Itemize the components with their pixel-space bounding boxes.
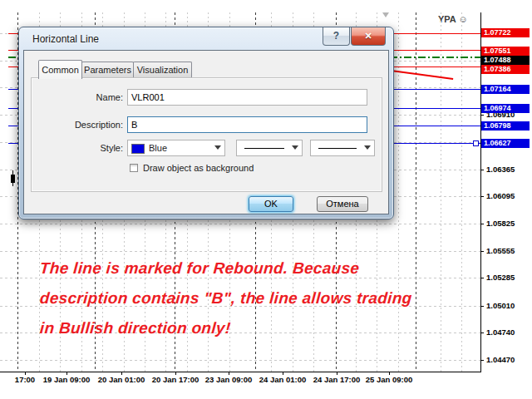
price-label: 1.06974 [481,104,530,113]
tab-common[interactable]: Common [38,60,82,79]
price-tick [480,306,484,307]
price-tick [480,332,484,333]
x-axis-tick-label: 23 Jan 09:00 [205,375,253,384]
dialog-client-area: Common Parameters Visualization Name: De… [23,50,389,214]
close-icon: ✕ [364,31,372,41]
price-tick [480,170,484,170]
candle-body [11,175,15,183]
chevron-down-icon [364,145,371,150]
price-label: 1.07488 [481,56,530,65]
style-label: Style: [24,143,123,153]
trend-line[interactable] [385,69,453,80]
draw-as-background-label: Draw object as background [143,163,254,173]
tab-visualization[interactable]: Visualization [133,62,192,78]
x-axis-tick-label: 24 Jan 01:00 [259,375,307,384]
description-label: Description: [24,120,123,130]
grid-hline [0,224,480,224]
grid-hline [0,360,480,361]
y-axis-tick-label: 1.04740 [486,328,515,337]
x-axis-tick-label: 20 Jan 01:00 [98,375,145,384]
line-style-select[interactable] [310,140,375,156]
price-label: 1.07551 [481,47,530,56]
down-triangle-marker[interactable] [382,12,389,17]
line-style-sample [318,148,357,149]
description-input[interactable] [127,116,367,133]
titlebar-buttons: ? ✕ [323,27,386,46]
price-label: 1.06798 [481,121,530,131]
price-tick [480,278,484,278]
selection-handle[interactable] [473,140,479,146]
time-axis-line [0,372,481,372]
cancel-button[interactable]: Отмена [317,196,368,212]
name-input[interactable] [127,89,367,106]
y-axis-tick-label: 1.05825 [486,219,515,228]
y-axis-tick-label: 1.06095 [486,192,515,200]
x-axis-tick-label: 19 Jan 09:00 [43,375,91,384]
grid-hline [0,251,480,252]
y-axis-tick-label: 1.05285 [486,273,515,282]
price-tick [480,360,484,361]
grid-hline [0,278,480,278]
x-axis-tick-label: 24 Jan 17:00 [313,375,361,384]
annotation-line: The line is marked for Rebound. Because [39,259,360,278]
price-tick [480,196,484,197]
chevron-down-icon [292,145,298,150]
draw-as-background-checkbox[interactable] [130,164,138,172]
line-width-sample [244,148,284,149]
color-swatch [131,144,145,154]
close-button[interactable]: ✕ [351,27,386,46]
color-name: Blue [149,143,167,153]
dialog-title: Horizontal Line [32,33,99,45]
y-axis-tick-label: 1.06365 [486,165,515,174]
ok-button[interactable]: OK [249,196,293,212]
chevron-down-icon [214,145,221,150]
horizontal-line-dialog: Horizontal Line ? ✕ Common Parameters Vi… [18,27,394,219]
price-label: 1.07164 [481,85,530,94]
annotation-line: description contains "B", the line allow… [39,289,412,308]
price-label: 1.07386 [481,65,530,74]
x-axis-tick-label: 17:00 [15,375,35,384]
price-label: 1.06627 [481,139,530,148]
y-axis-tick-label: 1.05010 [486,302,515,310]
price-tick [480,115,484,116]
price-label: 1.07722 [481,28,530,37]
price-tick [480,224,484,224]
x-axis-tick-label: 20 Jan 17:00 [152,375,200,384]
annotation-line: in Bullish direction only! [39,319,231,337]
price-tick [480,251,484,252]
name-label: Name: [24,92,123,102]
tab-parameters[interactable]: Parameters [81,62,134,78]
chart-watermark: YPA ☺ [438,14,468,24]
x-axis-tick-label: 25 Jan 09:00 [366,375,413,384]
line-width-select[interactable] [236,140,303,156]
metatrader-chart-screen: YPA ☺ 1.069101.063651.060951.058251.0555… [0,0,532,399]
help-button[interactable]: ? [323,27,350,46]
line-color-select[interactable]: Blue [127,140,225,156]
y-axis-tick-label: 1.05555 [486,247,515,255]
y-axis-tick-label: 1.04470 [486,356,515,364]
